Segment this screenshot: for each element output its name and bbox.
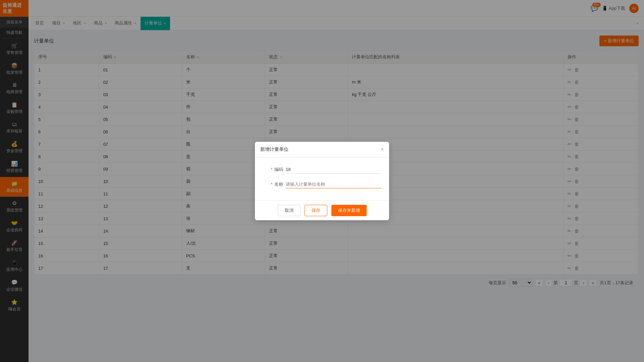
name-required-mark: *: [271, 182, 272, 187]
name-field-label: * 名称: [263, 181, 283, 187]
name-field-row: * 名称: [263, 180, 381, 188]
modal-footer: 取消 保存 保存并新增: [255, 200, 389, 220]
code-input[interactable]: [286, 166, 381, 174]
code-required-mark: *: [271, 167, 272, 172]
save-and-new-button[interactable]: 保存并新增: [331, 205, 367, 216]
code-field-row: * 编码: [263, 166, 381, 174]
code-field-label: * 编码: [263, 167, 283, 173]
code-label-text: 编码: [274, 167, 283, 172]
modal-overlay[interactable]: 新增计量单位 × * 编码 * 名称 取消 保存 保存并新增: [0, 0, 644, 362]
modal-close-button[interactable]: ×: [381, 147, 384, 152]
name-label-text: 名称: [274, 182, 283, 187]
modal-header: 新增计量单位 ×: [255, 142, 389, 158]
save-button[interactable]: 保存: [305, 205, 327, 216]
add-unit-modal: 新增计量单位 × * 编码 * 名称 取消 保存 保存并新增: [255, 142, 389, 220]
cancel-button[interactable]: 取消: [278, 205, 301, 216]
modal-title: 新增计量单位: [260, 146, 288, 153]
name-input[interactable]: [286, 180, 381, 188]
modal-body: * 编码 * 名称: [255, 158, 389, 200]
